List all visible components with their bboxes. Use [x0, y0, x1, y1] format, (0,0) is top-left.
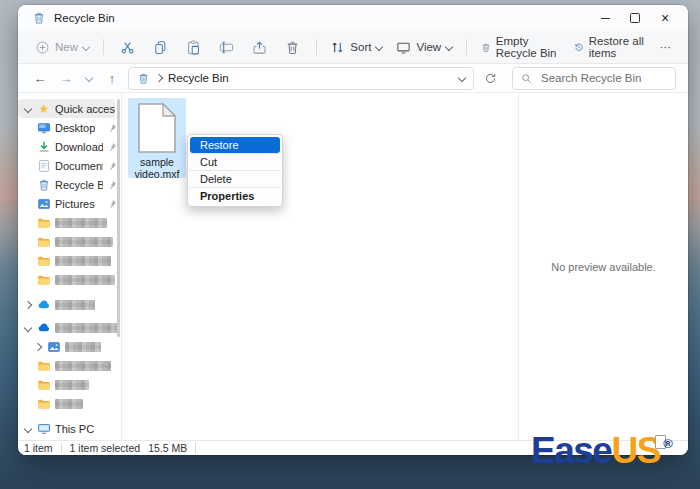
context-menu-item-properties[interactable]: Properties [188, 188, 282, 204]
restore-icon [574, 40, 584, 55]
chevron-down-icon[interactable] [458, 74, 466, 82]
chevron-down-icon[interactable] [24, 104, 32, 112]
recycle-bin-icon [37, 178, 51, 192]
rename-button[interactable] [210, 36, 243, 59]
sidebar-item-this-pc[interactable]: This PC [18, 419, 121, 438]
trash-icon [285, 40, 300, 55]
view-button[interactable]: View [389, 36, 459, 59]
desktop: Recycle Bin × New Sort [0, 0, 700, 489]
chevron-right-icon[interactable] [24, 300, 32, 308]
context-menu: Restore Cut Delete Properties [187, 134, 283, 207]
chevron-down-icon [445, 43, 453, 51]
chevron-down-icon[interactable] [24, 424, 32, 432]
star-icon: ★ [37, 102, 51, 116]
toolbar-divider [103, 39, 104, 55]
selection-count: 1 item selected [70, 442, 141, 454]
document-icon [37, 159, 51, 173]
blurred-label [55, 361, 111, 371]
context-menu-item-delete[interactable]: Delete [188, 171, 282, 187]
forward-button[interactable]: → [56, 71, 76, 86]
chevron-right-icon[interactable] [34, 342, 42, 350]
breadcrumb[interactable]: Recycle Bin [128, 67, 474, 90]
search-box[interactable] [512, 67, 676, 90]
status-divider [61, 443, 62, 453]
title-bar[interactable]: Recycle Bin × [18, 5, 688, 31]
cut-icon [120, 40, 135, 55]
sidebar-item-folder[interactable] [18, 356, 121, 375]
navigation-pane: ★ Quick access Desktop Downloads [18, 93, 122, 440]
cut-button[interactable] [111, 36, 144, 59]
sidebar-item-quick-access[interactable]: ★ Quick access [18, 99, 115, 118]
back-button[interactable]: ← [30, 71, 50, 86]
sidebar-item-folder[interactable] [18, 270, 121, 289]
blurred-label [65, 342, 101, 352]
maximize-icon [630, 13, 640, 23]
sidebar-item-documents[interactable]: Documents [18, 156, 121, 175]
blurred-label [55, 323, 119, 333]
sidebar-item-folder[interactable] [18, 375, 121, 394]
new-button[interactable]: New [28, 36, 96, 59]
command-toolbar: New Sort View Emp [18, 31, 688, 64]
pin-icon[interactable] [107, 123, 117, 133]
search-input[interactable] [539, 71, 667, 85]
breadcrumb-location[interactable]: Recycle Bin [168, 72, 229, 84]
folder-icon [37, 235, 51, 249]
item-count: 1 item [24, 442, 53, 454]
sidebar-item-folder[interactable] [18, 394, 121, 413]
folder-icon [37, 397, 51, 411]
file-explorer-window: Recycle Bin × New Sort [18, 5, 688, 455]
sidebar-scrollbar[interactable] [117, 99, 120, 337]
chevron-down-icon [85, 74, 93, 82]
picture-icon [47, 340, 61, 354]
folder-icon [37, 378, 51, 392]
sidebar-item-pictures[interactable]: Pictures [18, 194, 121, 213]
sidebar-item-desktop[interactable]: Desktop [18, 118, 121, 137]
blurred-label [55, 237, 113, 247]
sidebar-item-pictures-sub[interactable] [18, 337, 121, 356]
delete-button[interactable] [276, 36, 309, 59]
view-icon [396, 40, 411, 55]
refresh-button[interactable] [480, 72, 500, 85]
share-button[interactable] [243, 36, 276, 59]
sidebar-item-recycle-bin[interactable]: Recycle Bin [18, 175, 121, 194]
file-list-pane[interactable]: sample video.mxf Restore Cut Delete Prop… [122, 93, 518, 440]
rename-icon [219, 40, 234, 55]
minimize-button[interactable] [590, 7, 620, 29]
sidebar-item-cloud[interactable] [18, 318, 121, 337]
file-item-selected[interactable]: sample video.mxf [128, 98, 186, 178]
sort-button[interactable]: Sort [323, 36, 389, 59]
blurred-label [55, 399, 83, 409]
sidebar-item-folder[interactable] [18, 232, 121, 251]
picture-icon [37, 197, 51, 211]
blurred-label [55, 256, 111, 266]
recycle-bin-icon [32, 11, 46, 25]
empty-recycle-bin-button[interactable]: Empty Recycle Bin [474, 31, 567, 63]
watermark-text-ease: Ease [531, 430, 611, 471]
copy-button[interactable] [144, 36, 177, 59]
pin-icon[interactable] [107, 142, 117, 152]
pin-icon[interactable] [107, 180, 117, 190]
context-menu-item-restore[interactable]: Restore [190, 137, 280, 153]
paste-button[interactable] [177, 36, 210, 59]
blurred-label [55, 275, 115, 285]
up-button[interactable]: ↑ [102, 71, 122, 86]
context-menu-item-cut[interactable]: Cut [188, 154, 282, 170]
sidebar-item-cloud[interactable] [18, 295, 121, 314]
folder-icon [37, 273, 51, 287]
monitor-icon [37, 121, 51, 135]
toolbar-divider [466, 39, 467, 55]
sidebar-item-folder[interactable] [18, 251, 121, 270]
cloud-icon [37, 298, 51, 312]
recent-locations-button[interactable] [82, 75, 96, 81]
sidebar-item-downloads[interactable]: Downloads [18, 137, 121, 156]
close-button[interactable]: × [650, 7, 680, 29]
see-more-button[interactable]: ··· [652, 37, 678, 57]
sidebar-item-desktop-sub[interactable]: Desktop [18, 438, 121, 440]
pin-icon[interactable] [107, 199, 117, 209]
pin-icon[interactable] [107, 161, 117, 171]
address-bar: ← → ↑ Recycle Bin [18, 64, 688, 93]
sidebar-item-folder[interactable] [18, 213, 121, 232]
chevron-down-icon[interactable] [24, 323, 32, 331]
restore-all-items-button[interactable]: Restore all items [567, 31, 653, 63]
maximize-button[interactable] [620, 7, 650, 29]
